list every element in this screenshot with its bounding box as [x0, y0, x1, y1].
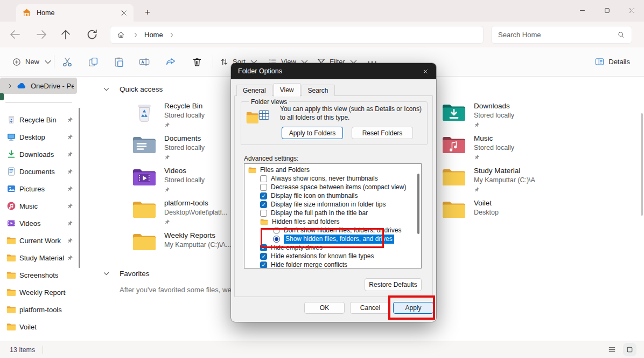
pin-icon [67, 168, 73, 175]
settings-row[interactable]: Hide extensions for known file types [244, 252, 421, 260]
restore-defaults-button[interactable]: Restore Defaults [365, 278, 422, 291]
favorites-header[interactable]: Favorites [102, 270, 150, 278]
quick-access-header[interactable]: Quick access [102, 85, 163, 93]
details-toggle[interactable]: Details [594, 47, 630, 76]
settings-row[interactable]: Display file icon on thumbnails [244, 191, 421, 200]
sidebar-item[interactable]: Music [0, 197, 81, 215]
chevron-down-icon[interactable] [102, 85, 110, 93]
settings-row[interactable]: Display the full path in the title bar [244, 209, 421, 217]
folder-documents-icon [132, 135, 157, 155]
settings-row[interactable]: Hide folder merge conflicts [244, 260, 421, 268]
cut-icon[interactable] [61, 56, 73, 68]
back-button[interactable] [9, 28, 22, 41]
chevron-right-icon[interactable] [6, 82, 13, 90]
checkbox-checked[interactable] [260, 261, 267, 268]
toolbar-separator [54, 55, 54, 68]
sidebar-item[interactable]: Videos [0, 215, 81, 232]
checkbox-checked[interactable] [260, 244, 267, 251]
checkbox-checked[interactable] [260, 253, 267, 260]
dialog-tab[interactable]: General [236, 85, 272, 96]
settings-row[interactable]: Always show icons, never thumbnails [244, 174, 421, 183]
settings-row[interactable]: Decrease space between items (compact vi… [244, 183, 421, 191]
dialog-tab[interactable]: View [274, 83, 300, 97]
dialog-tab[interactable]: Search [302, 85, 335, 96]
details-view-icon[interactable] [607, 345, 617, 354]
copy-icon[interactable] [87, 56, 99, 68]
dialog-titlebar[interactable]: Folder Options [231, 63, 436, 79]
sidebar-scrollbar[interactable] [79, 108, 80, 268]
pin-icon [67, 134, 73, 140]
new-button[interactable]: New [8, 47, 57, 76]
new-tab-button[interactable]: + [141, 6, 154, 19]
refresh-button[interactable] [86, 28, 99, 41]
desktop-s-icon [6, 132, 16, 142]
file-tile[interactable]: Downloads Stored locally [442, 101, 641, 134]
settings-row[interactable]: Files and Folders [244, 166, 421, 174]
settings-row[interactable]: Don't show hidden files, folders, or dri… [244, 226, 421, 235]
sidebar-item[interactable]: Study Material [0, 249, 81, 266]
settings-row[interactable]: Display file size information in folder … [244, 200, 421, 209]
quick-access-tiles-right: Downloads Stored locally Music Stored lo… [442, 101, 641, 231]
delete-icon[interactable] [191, 56, 203, 68]
checkbox-unchecked[interactable] [260, 184, 267, 191]
sidebar-item[interactable]: Recycle Bin [0, 111, 81, 128]
dialog-close-icon[interactable] [422, 68, 429, 75]
pin-icon [474, 154, 480, 160]
checkbox-unchecked[interactable] [260, 210, 267, 217]
sidebar-item[interactable]: Current Work [0, 232, 81, 249]
maximize-button[interactable] [594, 0, 619, 20]
ok-button[interactable]: OK [304, 302, 345, 314]
settings-row[interactable]: Hide empty drives [244, 243, 421, 252]
checkbox-unchecked[interactable] [260, 175, 267, 182]
address-bar[interactable]: Home [110, 26, 484, 44]
folder-icon[interactable] [260, 218, 268, 225]
file-tile[interactable]: Voilet Desktop [442, 198, 641, 231]
folder-icon[interactable] [248, 167, 256, 174]
sidebar-item[interactable]: Downloads [0, 146, 81, 163]
settings-row[interactable]: Hidden files and folders [244, 217, 421, 226]
cancel-button[interactable]: Cancel [350, 302, 390, 314]
home-breadcrumb-icon[interactable] [117, 31, 125, 39]
paste-icon[interactable] [113, 56, 125, 68]
sidebar-item[interactable]: Documents [0, 163, 81, 180]
partial-item-fragment [0, 93, 4, 100]
sidebar-item[interactable]: platform-tools [0, 301, 81, 318]
sidebar-item[interactable]: Pictures [0, 180, 81, 197]
content-scrollbar[interactable] [641, 113, 643, 216]
large-icons-view-icon[interactable] [625, 345, 634, 354]
list-scrollbar[interactable] [417, 174, 419, 234]
sidebar-item[interactable]: Screenshots [0, 266, 81, 284]
file-tile[interactable]: Music Stored locally [442, 134, 641, 166]
rename-icon[interactable] [138, 56, 150, 68]
sidebar-item-label: Current Work [19, 237, 61, 245]
checkbox-checked[interactable] [260, 192, 267, 199]
close-button[interactable] [619, 0, 644, 20]
reset-folders-button[interactable]: Reset Folders [352, 127, 413, 139]
share-icon[interactable] [165, 56, 177, 68]
checkbox-checked[interactable] [260, 201, 267, 208]
file-tile[interactable]: Study Material My Kamputtar (C:)\A [442, 166, 641, 198]
minimize-button[interactable] [570, 0, 594, 20]
radio-unchecked[interactable] [273, 227, 280, 234]
sidebar-item-label: Documents [19, 168, 55, 176]
apply-to-folders-button[interactable]: Apply to Folders [282, 127, 343, 139]
sidebar-item-label: Weekly Reports [19, 288, 66, 297]
folder-views-legend: Folder views [249, 98, 289, 106]
sidebar-item[interactable]: Desktop [0, 128, 81, 146]
chevron-down-icon[interactable] [102, 270, 110, 278]
statusbar-divider [43, 346, 43, 354]
breadcrumb[interactable]: Home [144, 31, 163, 39]
settings-label: Hide extensions for known file types [271, 252, 374, 260]
radio-checked[interactable] [273, 236, 280, 243]
up-button[interactable] [59, 28, 72, 41]
search-input[interactable]: Search Home [491, 26, 632, 44]
forward-button[interactable] [35, 28, 48, 41]
sidebar-item-onedrive[interactable]: OneDrive - Personal [0, 78, 77, 94]
tab-close-icon[interactable] [120, 9, 128, 17]
apply-button[interactable]: Apply [393, 302, 433, 314]
sidebar-item[interactable]: Weekly Reports [0, 284, 81, 301]
sidebar-item[interactable]: Voilet [0, 318, 81, 335]
tab-home[interactable]: Home [16, 4, 134, 22]
search-icon [617, 31, 625, 39]
settings-row[interactable]: Show hidden files, folders, and drives [244, 235, 421, 243]
